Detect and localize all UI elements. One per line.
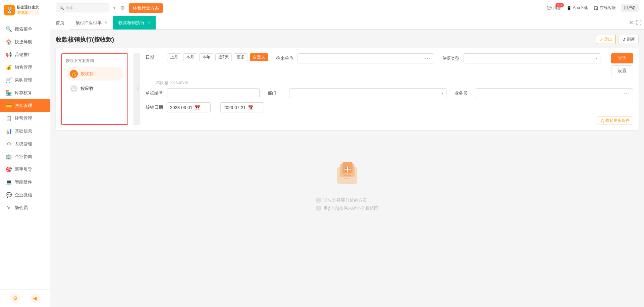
topbar: 🔍 搜索... ▾ ⚙ 体验行业方案 💬 消息 99+ 📱 App下载 🎧 在线… bbox=[50, 0, 644, 16]
solution-button[interactable]: 体验行业方案 bbox=[129, 3, 163, 13]
sidebar-item-wechat[interactable]: 💬 企业微信 bbox=[0, 189, 50, 201]
staff-input-wrap[interactable]: ··· bbox=[476, 88, 633, 98]
doc-no-input-wrap[interactable] bbox=[167, 88, 260, 98]
tab-home-label: 首页 bbox=[56, 20, 64, 26]
tab-home[interactable]: 首页 bbox=[50, 16, 70, 30]
sidebar-item-sales[interactable]: 💰 销售管理 bbox=[0, 61, 50, 74]
date-custom[interactable]: 自定义 bbox=[250, 53, 268, 61]
sidebar-item-quicknav[interactable]: 🏠 快捷导航 bbox=[0, 36, 50, 48]
sidebar-item-marketing[interactable]: 📢 营销推广 bbox=[0, 48, 50, 61]
filter-row-2: 单据编号 部门 ▾ 业务员 bbox=[146, 88, 633, 98]
staff-field: 业务员 ··· bbox=[454, 88, 633, 98]
sidebar-item-basic[interactable]: 📊 基础信息 bbox=[0, 125, 50, 138]
verify-date-field: 核销日期 2023-03-01 📅 — 2023-07-21 📅 bbox=[146, 102, 264, 112]
sidebar-item-hardware[interactable]: 💻 智能硬件 bbox=[0, 176, 50, 189]
doc-no-label: 单据编号 bbox=[146, 90, 164, 96]
sidebar-item-label: 搜索菜单 bbox=[15, 26, 32, 32]
logo-tag: 标准版 bbox=[17, 10, 39, 15]
filter-option-by-receivable[interactable]: 🕐 按应收 bbox=[66, 82, 123, 95]
date-nolimit-text: 不限 至 2023-07-26 bbox=[156, 81, 188, 85]
doc-no-input[interactable] bbox=[170, 91, 257, 96]
sidebar-item-label: 快捷导航 bbox=[15, 39, 32, 45]
staff-input[interactable] bbox=[479, 91, 624, 96]
close-tab-icon[interactable]: ✕ bbox=[629, 19, 633, 26]
sidebar-item-purchase[interactable]: 🛒 采购管理 bbox=[0, 74, 50, 87]
staff-dots-icon[interactable]: ··· bbox=[624, 90, 630, 96]
receipt-icon: 💰 bbox=[70, 70, 78, 78]
service-button[interactable]: 🎧 在线客服 bbox=[593, 5, 616, 11]
filter-collapse-button[interactable]: 《 bbox=[133, 53, 140, 125]
date-label: 日期 bbox=[146, 54, 164, 60]
sidebar-item-operations[interactable]: 📋 经营管理 bbox=[0, 112, 50, 125]
staff-label: 业务员 bbox=[454, 90, 473, 96]
collapse-arrow-icon: ⋀ bbox=[601, 118, 604, 123]
filter-option-by-receipt[interactable]: 💰 按收款 bbox=[66, 67, 123, 81]
sidebar-item-label: 资金管理 bbox=[15, 103, 32, 109]
settings-gear-icon[interactable]: ⚙ bbox=[120, 5, 125, 11]
date-more[interactable]: 更多 bbox=[234, 53, 248, 61]
doc-type-field: 单据类型 ▾ bbox=[442, 53, 600, 63]
date-this-year[interactable]: 本年 bbox=[199, 53, 213, 61]
partner-field: 往来单位 ··· bbox=[276, 53, 434, 63]
verify-date-end-input[interactable]: 2023-07-21 📅 bbox=[220, 102, 264, 112]
date-this-month[interactable]: 本月 bbox=[183, 53, 197, 61]
collapse-more-row: ⋀ 收起更多条件 bbox=[146, 115, 633, 125]
search-icon: 🔍 bbox=[5, 26, 12, 32]
sidebar-item-inventory[interactable]: 🏪 库存核算 bbox=[0, 87, 50, 99]
date-last-month[interactable]: 上月 bbox=[167, 53, 181, 61]
calendar-end-icon: 📅 bbox=[248, 105, 254, 110]
finance-icon: 💳 bbox=[5, 103, 12, 109]
collapse-icon[interactable]: ◀ bbox=[30, 294, 40, 303]
doc-type-select[interactable]: ▾ bbox=[464, 53, 600, 63]
message-button[interactable]: 💬 消息 99+ bbox=[547, 5, 561, 11]
refresh-button[interactable]: ↺ 刷新 bbox=[619, 35, 639, 44]
setting-button[interactable]: 设置 bbox=[611, 65, 633, 76]
logo-name: 畅捷通好生意 bbox=[17, 5, 39, 9]
verify-date-start-input[interactable]: 2023-03-01 📅 bbox=[167, 102, 211, 112]
system-icon: ⚙ bbox=[5, 141, 12, 147]
collapse-arrow-icon: 《 bbox=[135, 86, 139, 92]
sidebar-item-enterprise[interactable]: 🏢 企业协同 bbox=[0, 150, 50, 163]
sidebar-item-label: 畅会员 bbox=[15, 205, 28, 211]
service-icon: 🎧 bbox=[593, 6, 598, 10]
app-download-button[interactable]: 📱 App下载 bbox=[567, 5, 588, 11]
expand-tab-icon[interactable]: ⛶ bbox=[636, 20, 641, 26]
tab-prepay[interactable]: 预付冲应付单 ✕ bbox=[70, 16, 113, 30]
partner-input[interactable] bbox=[301, 56, 425, 61]
partner-input-wrap[interactable]: ··· bbox=[298, 53, 434, 63]
user-info[interactable]: 用户名 bbox=[621, 4, 639, 12]
enterprise-icon: 🏢 bbox=[5, 154, 12, 160]
query-button[interactable]: 查询 bbox=[611, 53, 633, 63]
page-title: 收款核销执行(按收款) bbox=[56, 36, 114, 44]
sidebar-item-system[interactable]: ⚙ 系统管理 bbox=[0, 138, 50, 150]
refresh-icon: ↺ bbox=[622, 37, 626, 42]
sidebar-item-label: 企业微信 bbox=[15, 192, 32, 198]
export-button[interactable]: ↗ 导出 bbox=[596, 35, 616, 44]
topbar-search-display: 🔍 搜索... bbox=[56, 3, 109, 12]
partner-dots-icon[interactable]: ··· bbox=[425, 55, 431, 61]
sidebar-item-label: 经营管理 bbox=[15, 115, 32, 121]
date-field: 日期 上月 本月 本年 近7天 更多 自定义 bbox=[146, 53, 268, 61]
dept-select[interactable]: ▾ bbox=[289, 88, 446, 98]
dropdown-chevron-icon[interactable]: ▾ bbox=[113, 6, 115, 10]
sidebar-item-search[interactable]: 🔍 搜索菜单 bbox=[0, 23, 50, 36]
tab-collection-close-icon[interactable]: ✕ bbox=[147, 20, 150, 25]
date-range-separator: — bbox=[213, 105, 218, 110]
collapse-more-label: 收起更多条件 bbox=[605, 118, 630, 123]
tab-collection[interactable]: 收款核销执行 ✕ bbox=[113, 16, 156, 30]
page-actions: ↗ 导出 ↺ 刷新 bbox=[596, 35, 639, 44]
collapse-more-button[interactable]: ⋀ 收起更多条件 bbox=[597, 116, 633, 125]
settings-icon[interactable]: ⚙ bbox=[10, 294, 20, 303]
date-7days[interactable]: 近7天 bbox=[215, 53, 232, 61]
sidebar-footer: ⚙ ◀ bbox=[0, 289, 50, 307]
hardware-icon: 💻 bbox=[5, 179, 12, 185]
sidebar-item-member[interactable]: V 畅会员 bbox=[0, 201, 50, 214]
doc-type-label: 单据类型 bbox=[442, 55, 461, 61]
message-icon: 💬 bbox=[547, 6, 552, 10]
sidebar-item-guide[interactable]: 🎯 新手引导 bbox=[0, 163, 50, 176]
page-header: 收款核销执行(按收款) ↗ 导出 ↺ 刷新 bbox=[56, 35, 639, 44]
basic-icon: 📊 bbox=[5, 128, 12, 134]
sidebar-item-finance[interactable]: 💳 资金管理 bbox=[0, 99, 50, 112]
filter-option-receipt-label: 按收款 bbox=[80, 71, 94, 77]
tab-prepay-close-icon[interactable]: ✕ bbox=[104, 20, 107, 25]
